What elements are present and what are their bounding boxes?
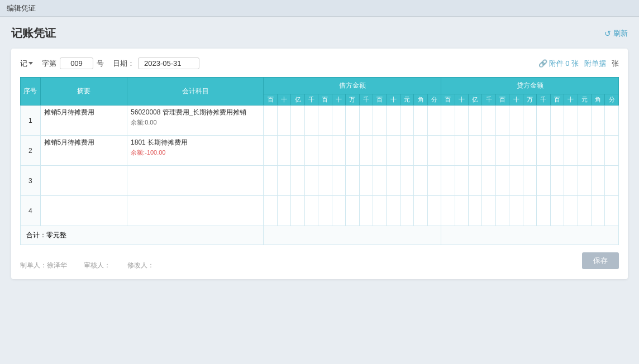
- row-2-credit-2[interactable]: [469, 166, 482, 196]
- row-2-debit-11[interactable]: [414, 166, 427, 196]
- row-3-debit-5[interactable]: [332, 196, 345, 226]
- row-1-credit-6[interactable]: [523, 136, 536, 166]
- row-1-credit-5[interactable]: [509, 136, 523, 166]
- row-3-credit-5[interactable]: [509, 196, 523, 226]
- row-2-debit-4[interactable]: [318, 166, 332, 196]
- row-3-credit-11[interactable]: [591, 196, 604, 226]
- row-2-credit-12[interactable]: [605, 166, 619, 196]
- row-0-debit-8[interactable]: [373, 106, 386, 136]
- save-button[interactable]: 保存: [582, 252, 619, 269]
- row-2-debit-0[interactable]: [264, 166, 277, 196]
- zi-input[interactable]: [60, 58, 93, 69]
- date-input[interactable]: [138, 58, 199, 69]
- row-0-debit-11[interactable]: [414, 106, 427, 136]
- row-3-debit-0[interactable]: [264, 196, 277, 226]
- row-2-debit-8[interactable]: [373, 166, 386, 196]
- row-1-credit-10[interactable]: [578, 136, 591, 166]
- row-0-credit-4[interactable]: [495, 106, 509, 136]
- row-3-credit-1[interactable]: [455, 196, 468, 226]
- row-1-debit-11[interactable]: [414, 136, 427, 166]
- row-0-debit-9[interactable]: [387, 106, 400, 136]
- row-1-debit-12[interactable]: [427, 136, 441, 166]
- row-1-debit-9[interactable]: [387, 136, 400, 166]
- row-1-credit-9[interactable]: [564, 136, 578, 166]
- row-0-debit-5[interactable]: [332, 106, 345, 136]
- row-2-credit-1[interactable]: [455, 166, 468, 196]
- row-3-debit-3[interactable]: [304, 196, 318, 226]
- row-1-credit-1[interactable]: [455, 136, 468, 166]
- row-0-credit-8[interactable]: [550, 106, 564, 136]
- row-1-credit-7[interactable]: [537, 136, 550, 166]
- row-3-credit-10[interactable]: [578, 196, 591, 226]
- row-2-credit-6[interactable]: [523, 166, 536, 196]
- row-2-debit-12[interactable]: [427, 166, 441, 196]
- row-account-1[interactable]: 1801 长期待摊费用余额:-100.00: [127, 136, 264, 166]
- row-0-credit-5[interactable]: [509, 106, 523, 136]
- row-0-debit-0[interactable]: [264, 106, 277, 136]
- row-3-debit-4[interactable]: [318, 196, 332, 226]
- row-2-debit-3[interactable]: [304, 166, 318, 196]
- row-1-debit-4[interactable]: [318, 136, 332, 166]
- row-2-debit-6[interactable]: [346, 166, 359, 196]
- attachment-link[interactable]: 🔗 附件 0 张: [538, 59, 579, 69]
- row-3-debit-1[interactable]: [277, 196, 290, 226]
- row-3-credit-4[interactable]: [495, 196, 509, 226]
- row-1-debit-5[interactable]: [332, 136, 345, 166]
- row-3-credit-8[interactable]: [550, 196, 564, 226]
- row-3-debit-2[interactable]: [291, 196, 304, 226]
- row-0-credit-6[interactable]: [523, 106, 536, 136]
- row-0-debit-3[interactable]: [304, 106, 318, 136]
- row-0-credit-10[interactable]: [578, 106, 591, 136]
- row-0-credit-7[interactable]: [537, 106, 550, 136]
- row-2-debit-10[interactable]: [400, 166, 413, 196]
- row-0-credit-2[interactable]: [469, 106, 482, 136]
- row-0-credit-9[interactable]: [564, 106, 578, 136]
- row-3-credit-2[interactable]: [469, 196, 482, 226]
- refresh-button[interactable]: ↺ 刷新: [604, 28, 628, 39]
- row-account-2[interactable]: [127, 166, 264, 196]
- row-2-credit-4[interactable]: [495, 166, 509, 196]
- row-1-credit-3[interactable]: [482, 136, 495, 166]
- row-1-credit-2[interactable]: [469, 136, 482, 166]
- row-3-debit-6[interactable]: [346, 196, 359, 226]
- row-summary-0[interactable]: 摊销5月待摊费用: [40, 106, 127, 136]
- row-2-debit-7[interactable]: [359, 166, 373, 196]
- row-3-debit-8[interactable]: [373, 196, 386, 226]
- row-1-credit-11[interactable]: [591, 136, 604, 166]
- row-3-credit-3[interactable]: [482, 196, 495, 226]
- row-3-credit-12[interactable]: [605, 196, 619, 226]
- row-3-debit-9[interactable]: [387, 196, 400, 226]
- row-summary-2[interactable]: [40, 166, 127, 196]
- ji-select[interactable]: 记: [20, 59, 33, 69]
- row-3-credit-9[interactable]: [564, 196, 578, 226]
- row-3-credit-6[interactable]: [523, 196, 536, 226]
- row-2-credit-5[interactable]: [509, 166, 523, 196]
- row-1-credit-0[interactable]: [441, 136, 455, 166]
- row-2-credit-11[interactable]: [591, 166, 604, 196]
- row-0-credit-11[interactable]: [591, 106, 604, 136]
- row-0-credit-0[interactable]: [441, 106, 455, 136]
- row-2-credit-9[interactable]: [564, 166, 578, 196]
- row-3-credit-7[interactable]: [537, 196, 550, 226]
- row-3-debit-7[interactable]: [359, 196, 373, 226]
- row-2-debit-9[interactable]: [387, 166, 400, 196]
- row-1-credit-12[interactable]: [605, 136, 619, 166]
- row-1-debit-2[interactable]: [291, 136, 304, 166]
- row-2-debit-2[interactable]: [291, 166, 304, 196]
- row-3-credit-0[interactable]: [441, 196, 455, 226]
- row-3-debit-12[interactable]: [427, 196, 441, 226]
- attachment-document-btn[interactable]: 附单据: [584, 59, 606, 69]
- row-summary-3[interactable]: [40, 196, 127, 226]
- row-1-credit-4[interactable]: [495, 136, 509, 166]
- row-0-debit-12[interactable]: [427, 106, 441, 136]
- row-0-debit-6[interactable]: [346, 106, 359, 136]
- row-2-credit-8[interactable]: [550, 166, 564, 196]
- row-2-credit-7[interactable]: [537, 166, 550, 196]
- row-1-debit-3[interactable]: [304, 136, 318, 166]
- row-2-credit-3[interactable]: [482, 166, 495, 196]
- row-account-3[interactable]: [127, 196, 264, 226]
- row-0-debit-4[interactable]: [318, 106, 332, 136]
- row-0-credit-3[interactable]: [482, 106, 495, 136]
- row-0-debit-10[interactable]: [400, 106, 413, 136]
- row-1-credit-8[interactable]: [550, 136, 564, 166]
